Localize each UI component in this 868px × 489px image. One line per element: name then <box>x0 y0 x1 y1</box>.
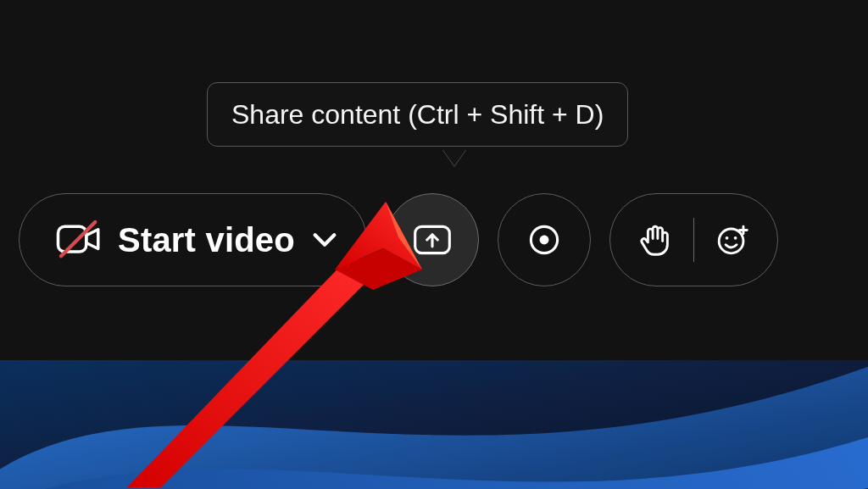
camera-off-icon <box>55 218 103 262</box>
record-icon <box>523 219 565 261</box>
start-video-button[interactable]: Start video <box>19 193 367 286</box>
reactions-button[interactable] <box>713 220 752 259</box>
share-content-icon <box>411 221 453 258</box>
tooltip-arrow <box>442 149 466 166</box>
record-button[interactable] <box>498 193 591 286</box>
tooltip-text: Share content (Ctrl + Shift + D) <box>231 99 604 130</box>
meeting-toolbar: Start video <box>19 189 868 291</box>
desktop-wallpaper <box>0 360 868 489</box>
reactions-group <box>609 193 779 286</box>
raise-hand-button[interactable] <box>636 220 675 259</box>
share-content-button[interactable] <box>386 193 479 286</box>
svg-rect-1 <box>58 226 86 252</box>
svg-point-8 <box>734 236 737 240</box>
svg-point-6 <box>720 229 744 253</box>
svg-point-5 <box>539 236 548 245</box>
tooltip-share-content: Share content (Ctrl + Shift + D) <box>207 82 628 147</box>
separator <box>693 218 695 262</box>
chevron-down-icon[interactable] <box>310 225 339 254</box>
start-video-label: Start video <box>118 221 295 259</box>
app-toolbar-area <box>0 0 868 360</box>
svg-point-7 <box>726 236 729 240</box>
